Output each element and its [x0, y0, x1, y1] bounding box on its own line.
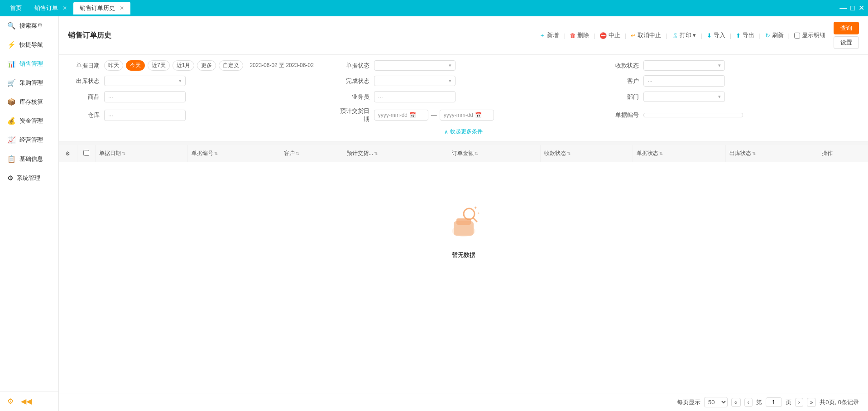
expected-date-end[interactable]: yyyy-mm-dd 📅: [440, 110, 494, 121]
sidebar-item-sales-mgmt-label: 销售管理: [19, 60, 43, 68]
sidebar-item-business-mgmt[interactable]: 📈 经营管理: [0, 131, 58, 150]
th-amount-label: 订单金额: [452, 150, 474, 157]
th-customer[interactable]: 客户 ⇅: [280, 145, 343, 162]
th-amount[interactable]: 订单金额 ⇅: [448, 145, 540, 162]
display-toggle-checkbox[interactable]: [794, 33, 800, 39]
status-select[interactable]: ▾: [374, 60, 456, 71]
expected-date-label: 预计交货日期: [338, 107, 374, 123]
last-page-button[interactable]: »: [807, 398, 816, 407]
outbound-status-select[interactable]: ▾: [104, 76, 186, 86]
filter-row-3: 商品 ··· 业务员 ··· 部门 ▾: [68, 91, 859, 102]
complete-status-select[interactable]: ▾: [374, 76, 456, 86]
custom-btn[interactable]: 自定义: [219, 60, 243, 71]
filter-row-4: 仓库 ··· 预计交货日期 yyyy-mm-dd 📅 —: [68, 107, 859, 123]
new-label: 新增: [547, 31, 559, 39]
sidebar-item-sys-mgmt[interactable]: ⚙ 系统管理: [0, 169, 58, 188]
business-mgmt-icon: 📈: [7, 136, 16, 144]
setting-button[interactable]: 设置: [834, 36, 859, 49]
collapse-bar[interactable]: ∧ 收起更多条件: [68, 128, 859, 135]
sidebar-item-inventory[interactable]: 📦 库存核算: [0, 92, 58, 111]
th-receipt-status[interactable]: 收款状态 ⇅: [541, 145, 633, 162]
outbound-status-control: ▾: [104, 76, 320, 86]
tab-sales-order-label: 销售订单: [34, 4, 58, 12]
expected-date-start[interactable]: yyyy-mm-dd 📅: [374, 110, 428, 121]
cancel-stop-button[interactable]: ↩ 取消中止: [631, 31, 661, 39]
today-btn[interactable]: 今天: [126, 60, 145, 71]
th-receipt-status-label: 收款状态: [544, 150, 566, 157]
table-settings-icon[interactable]: ⚙: [65, 150, 70, 157]
page-number-input[interactable]: [766, 397, 782, 407]
sidebar-item-business-mgmt-label: 经营管理: [19, 136, 43, 144]
export-button[interactable]: ⬆ 导出: [736, 31, 754, 39]
minimize-button[interactable]: —: [839, 5, 847, 12]
print-label: 打印 ▾: [680, 31, 696, 39]
status-filter-label: 单据状态: [338, 62, 374, 70]
new-button[interactable]: ＋ 新增: [539, 31, 559, 39]
prev-page-button[interactable]: ‹: [744, 398, 753, 407]
query-button[interactable]: 查询: [834, 22, 859, 34]
filter-row-2: 出库状态 ▾ 完成状态 ▾ 客户 ···: [68, 75, 859, 87]
th-expected-date[interactable]: 预计交货... ⇅: [343, 145, 448, 162]
outbound-status-label: 出库状态: [68, 77, 104, 85]
import-button[interactable]: ⬇ 导入: [707, 31, 725, 39]
sidebar-settings-button[interactable]: ⚙: [7, 397, 14, 406]
order-no-input[interactable]: [643, 113, 743, 117]
last7days-btn[interactable]: 近7天: [148, 60, 170, 71]
dept-select-arrow: ▾: [718, 94, 721, 100]
th-checkbox[interactable]: [77, 145, 95, 162]
sidebar-item-finance-label: 资金管理: [19, 117, 43, 125]
sidebar-item-base-info[interactable]: 📋 基础信息: [0, 150, 58, 169]
sidebar-item-sys-mgmt-label: 系统管理: [17, 174, 40, 182]
maximize-button[interactable]: □: [850, 5, 855, 12]
warehouse-input[interactable]: ···: [104, 110, 186, 121]
filter-area: 单据日期 昨天 今天 近7天 近1月 更多 自定义 2023-06-02 至 2…: [59, 55, 868, 141]
finance-icon: 💰: [7, 117, 16, 125]
goods-input[interactable]: ···: [104, 91, 186, 102]
stop-button[interactable]: ⛔ 中止: [599, 31, 620, 39]
page-size-select[interactable]: 50 20 100: [704, 397, 728, 407]
close-window-button[interactable]: ✕: [858, 5, 864, 12]
customer-control: ···: [643, 75, 859, 87]
sidebar-item-sales-mgmt[interactable]: 📊 销售管理: [0, 54, 58, 73]
th-outbound-status[interactable]: 出库状态 ⇅: [725, 145, 818, 162]
tab-sales-order-close[interactable]: ✕: [62, 5, 67, 11]
receipt-status-select[interactable]: ▾: [643, 60, 725, 71]
customer-input[interactable]: ···: [643, 75, 725, 87]
sidebar-collapse-button[interactable]: ◀◀: [21, 397, 32, 406]
tab-sales-order-history[interactable]: 销售订单历史 ✕: [73, 2, 130, 15]
yesterday-btn[interactable]: 昨天: [104, 60, 123, 71]
next-page-button[interactable]: ›: [795, 398, 803, 407]
more-btn[interactable]: 更多: [197, 60, 216, 71]
th-number[interactable]: 单据编号 ⇅: [187, 145, 280, 162]
th-outbound-status-label: 出库状态: [729, 150, 751, 157]
tab-home[interactable]: 首页: [4, 2, 28, 15]
th-doc-status[interactable]: 单据状态 ⇅: [633, 145, 725, 162]
sidebar-item-finance[interactable]: 💰 资金管理: [0, 111, 58, 131]
delete-icon: 🗑: [570, 32, 575, 39]
window-controls: — □ ✕: [839, 5, 864, 12]
expected-date-end-value: yyyy-mm-dd: [444, 112, 473, 118]
th-date[interactable]: 单据日期 ⇅: [95, 145, 187, 162]
filter-row-1: 单据日期 昨天 今天 近7天 近1月 更多 自定义 2023-06-02 至 2…: [68, 60, 859, 71]
sidebar-item-purchase-mgmt[interactable]: 🛒 采购管理: [0, 73, 58, 92]
tab-sales-order[interactable]: 销售订单 ✕: [28, 2, 73, 15]
stop-label: 中止: [609, 31, 620, 39]
tab-sales-order-history-close[interactable]: ✕: [120, 5, 124, 11]
select-all-checkbox[interactable]: [83, 150, 89, 156]
refresh-button[interactable]: ↻ 刷新: [765, 31, 784, 39]
th-settings[interactable]: ⚙: [59, 145, 77, 162]
dept-select[interactable]: ▾: [643, 92, 725, 102]
sales-mgmt-icon: 📊: [7, 60, 16, 68]
complete-status-arrow: ▾: [449, 78, 451, 84]
delete-button[interactable]: 🗑 删除: [570, 31, 589, 39]
salesperson-input[interactable]: ···: [374, 91, 456, 102]
print-button[interactable]: 🖨 打印 ▾: [672, 31, 696, 39]
cancel-stop-icon: ↩: [631, 32, 636, 39]
sidebar-item-quick-nav[interactable]: ⚡ 快捷导航: [0, 35, 58, 54]
warehouse-label: 仓库: [68, 111, 104, 119]
last1month-btn[interactable]: 近1月: [173, 60, 195, 71]
display-toggle[interactable]: 显示明细: [794, 31, 825, 39]
first-page-button[interactable]: «: [731, 398, 741, 407]
sidebar-item-search-menu[interactable]: 🔍 搜索菜单: [0, 16, 58, 35]
salesperson-control: ···: [374, 91, 590, 102]
